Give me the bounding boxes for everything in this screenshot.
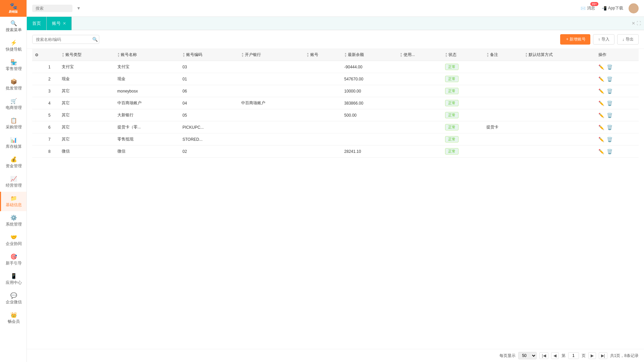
sidebar-item-member[interactable]: 👑 畅会员 <box>0 308 26 328</box>
cell-code: 06 <box>180 85 238 97</box>
sidebar-item-quick-nav[interactable]: ⚡ 快捷导航 <box>0 36 26 56</box>
message-button[interactable]: ✉️ 消息 99+ <box>579 4 596 12</box>
sidebar-item-capital-mgmt[interactable]: 💰 资金管理 <box>0 153 26 172</box>
edit-icon[interactable]: ✏️ <box>598 88 604 94</box>
edit-icon[interactable]: ✏️ <box>598 76 604 82</box>
tab-maximize-button[interactable]: ⛶ <box>636 21 641 26</box>
page-size-select[interactable]: 50 100 200 <box>518 352 537 359</box>
tab-account-close-icon[interactable]: ✕ <box>63 21 66 26</box>
add-account-button[interactable]: + 新增账号 <box>560 34 590 45</box>
sidebar-item-system-mgmt[interactable]: ⚙️ 系统管理 <box>0 211 26 231</box>
col-type[interactable]: ▲▼账号类型 <box>59 49 115 61</box>
cell-usage <box>397 61 442 73</box>
sidebar-item-basic-info[interactable]: 📁 基础信息 <box>0 192 26 211</box>
sidebar-item-retail-mgmt[interactable]: 🏪 零售管理 <box>0 56 26 75</box>
sidebar-item-search-menu[interactable]: 🔍 搜索菜单 <box>0 17 26 36</box>
cell-status: 正常 <box>442 121 484 133</box>
delete-icon[interactable]: 🗑️ <box>607 76 612 82</box>
app-download-label: App下载 <box>608 5 623 11</box>
status-badge: 正常 <box>445 112 459 118</box>
cell-balance: 547670.00 <box>341 73 397 85</box>
delete-icon[interactable]: 🗑️ <box>607 149 612 154</box>
cell-bank: 中百商场账户 <box>238 97 304 109</box>
sidebar-item-new-guide[interactable]: 🎯 新手引导 <box>0 250 26 269</box>
app-download-button[interactable]: 📲 App下载 <box>602 5 623 11</box>
table-row: 3 其它 moneybosx 06 10000.00 正常 ✏️ 🗑️ <box>32 85 639 97</box>
sidebar-item-enterprise-agreement[interactable]: 🤝 企业协同 <box>0 231 26 250</box>
delete-icon[interactable]: 🗑️ <box>607 113 612 118</box>
col-balance[interactable]: ▲▼最新余额 <box>341 49 397 61</box>
cell-default-settlement <box>522 61 596 73</box>
message-icon: ✉️ <box>581 6 586 11</box>
edit-icon[interactable]: ✏️ <box>598 149 604 154</box>
business-mgmt-icon: 📈 <box>3 176 25 182</box>
page-input[interactable] <box>568 352 579 359</box>
cell-remark <box>484 85 522 97</box>
status-badge: 正常 <box>445 64 459 70</box>
edit-icon[interactable]: ✏️ <box>598 101 604 106</box>
next-page-button[interactable]: ▶ <box>588 352 596 359</box>
dropdown-arrow-icon[interactable]: ▼ <box>76 6 81 11</box>
delete-icon[interactable]: 🗑️ <box>607 101 612 106</box>
header-search-input[interactable] <box>32 5 72 12</box>
delete-icon[interactable]: 🗑️ <box>607 137 612 142</box>
cell-type: 其它 <box>59 85 115 97</box>
cell-num: 4 <box>46 97 59 109</box>
cell-settings <box>32 73 46 85</box>
table-search-input[interactable] <box>33 36 90 44</box>
cell-status: 正常 <box>442 109 484 121</box>
delete-icon[interactable]: 🗑️ <box>607 64 612 70</box>
sidebar: 🐾 易销版 🔍 搜索菜单 ⚡ 快捷导航 🏪 零售管理 📦 批发管理 🛒 电商管理… <box>0 0 27 362</box>
cell-actions: ✏️ 🗑️ <box>596 85 639 97</box>
sidebar-item-business-mgmt[interactable]: 📈 经营管理 <box>0 172 26 192</box>
tab-close-all-button[interactable]: ✕ <box>631 21 636 26</box>
edit-icon[interactable]: ✏️ <box>598 137 604 142</box>
accounts-table: ⚙ ▲▼账号类型 ▲▼账号名称 ▲▼账号编码 ▲▼开户银行 ▲▼账号 ▲▼最新余… <box>32 49 639 158</box>
sidebar-item-label: 库存核算 <box>6 144 22 149</box>
cell-name: 支付宝 <box>115 61 180 73</box>
col-remark[interactable]: ▲▼备注 <box>484 49 522 61</box>
import-button[interactable]: ↑ 导入 <box>593 34 614 45</box>
sidebar-item-purchase-mgmt[interactable]: 📋 采购管理 <box>0 114 26 133</box>
settings-icon[interactable]: ⚙ <box>35 53 39 57</box>
sidebar-item-label: 电商管理 <box>6 105 22 110</box>
delete-icon[interactable]: 🗑️ <box>607 125 612 130</box>
tab-account[interactable]: 账号 ✕ <box>47 17 72 30</box>
cell-bank <box>238 73 304 85</box>
col-account[interactable]: ▲▼账号 <box>304 49 342 61</box>
main-area: ▼ ✉️ 消息 99+ 📲 App下载 首页 账号 ✕ <box>27 0 644 362</box>
cell-type: 支付宝 <box>59 61 115 73</box>
table-row: 1 支付宝 支付宝 03 -90444.00 正常 ✏️ 🗑️ <box>32 61 639 73</box>
sidebar-item-app-center[interactable]: 📱 应用中心 <box>0 269 26 289</box>
col-name[interactable]: ▲▼账号名称 <box>115 49 180 61</box>
user-avatar[interactable] <box>629 3 639 13</box>
edit-icon[interactable]: ✏️ <box>598 125 604 130</box>
page-label-after: 页 <box>582 353 586 359</box>
col-usage[interactable]: ▲▼使用... <box>397 49 442 61</box>
export-button[interactable]: ↓ 导出 <box>617 34 639 45</box>
prev-page-button[interactable]: ◀ <box>551 352 559 359</box>
first-page-button[interactable]: |◀ <box>539 352 548 359</box>
edit-icon[interactable]: ✏️ <box>598 113 604 118</box>
table-search-wrap: 🔍 <box>32 35 99 44</box>
col-default-settlement[interactable]: ▲▼默认结算方式 <box>522 49 596 61</box>
table-search-button[interactable]: 🔍 <box>90 35 99 44</box>
delete-icon[interactable]: 🗑️ <box>607 88 612 94</box>
sidebar-item-enterprise-wechat[interactable]: 💬 企业微信 <box>0 289 26 308</box>
sidebar-item-ecommerce-mgmt[interactable]: 🛒 电商管理 <box>0 95 26 114</box>
cell-bank <box>238 133 304 145</box>
tab-home[interactable]: 首页 <box>27 17 47 30</box>
sidebar-item-label: 企业协同 <box>6 241 22 246</box>
col-status[interactable]: ▲▼状态 <box>442 49 484 61</box>
status-badge: 正常 <box>445 124 459 130</box>
cell-balance: 28241.10 <box>341 145 397 158</box>
cell-name: 提货卡（零... <box>115 121 180 133</box>
sidebar-item-wholesale-mgmt[interactable]: 📦 批发管理 <box>0 75 26 95</box>
col-bank[interactable]: ▲▼开户银行 <box>238 49 304 61</box>
sidebar-item-label: 系统管理 <box>6 222 22 227</box>
last-page-button[interactable]: ▶| <box>599 352 607 359</box>
col-code[interactable]: ▲▼账号编码 <box>180 49 238 61</box>
edit-icon[interactable]: ✏️ <box>598 64 604 70</box>
sidebar-item-inventory[interactable]: 📊 库存核算 <box>0 133 26 153</box>
col-settings[interactable]: ⚙ <box>32 49 46 61</box>
